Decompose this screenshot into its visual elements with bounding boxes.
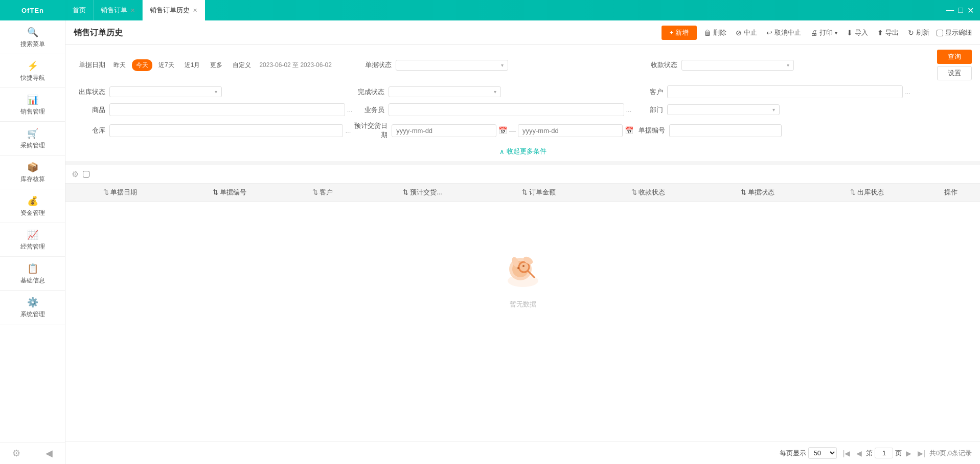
sidebar-item-inventory-check[interactable]: 📦 库存核算	[0, 156, 65, 189]
sidebar-item-system-mgmt[interactable]: ⚙️ 系统管理	[0, 291, 65, 324]
expected-from-cal-icon[interactable]: 📅	[498, 126, 507, 135]
dept-select[interactable]: ▾	[667, 104, 780, 115]
refresh-button[interactable]: ↻ 刷新	[906, 27, 931, 38]
sort-icon-payment[interactable]: ⇅	[631, 188, 637, 196]
sort-icon-number[interactable]: ⇅	[213, 188, 218, 196]
finance-mgmt-icon: 💰	[27, 195, 38, 207]
close-sales-order-history-tab[interactable]: ✕	[193, 7, 197, 14]
import-button[interactable]: ⬇ 导入	[845, 27, 870, 38]
collapse-up-icon: ∧	[499, 148, 505, 156]
date-1m-btn[interactable]: 近1月	[180, 59, 204, 71]
minimize-icon[interactable]: —	[946, 6, 954, 15]
product-dots[interactable]: ...	[347, 106, 353, 114]
delete-icon: 🗑	[704, 29, 711, 37]
last-page-btn[interactable]: ▶|	[916, 448, 927, 458]
print-icon: 🖨	[810, 29, 817, 37]
sort-icon-date[interactable]: ⇅	[103, 188, 109, 196]
salesperson-dots[interactable]: ...	[626, 106, 632, 114]
select-all-checkbox[interactable]	[83, 171, 89, 178]
customer-filter-label: 客户	[631, 87, 667, 97]
expected-to-input[interactable]	[518, 124, 623, 137]
delivery-select-chevron: ▾	[215, 89, 217, 95]
sort-icon-amount[interactable]: ⇅	[522, 188, 528, 196]
order-no-filter-label: 单据编号	[633, 126, 669, 135]
expected-from-input[interactable]	[392, 124, 496, 137]
complete-select[interactable]: ▾	[389, 86, 501, 97]
sidebar-item-purchase-mgmt[interactable]: 🛒 采购管理	[0, 122, 65, 156]
table-area: ⚙ ⇅ 单据日期 ⇅ 单据编号 ⇅	[65, 165, 980, 441]
sort-icon-delivery[interactable]: ⇅	[850, 188, 856, 196]
sidebar-item-sales-mgmt[interactable]: 📊 销售管理	[0, 88, 65, 122]
table-gear-icon[interactable]: ⚙	[72, 169, 79, 179]
date-more-btn[interactable]: 更多	[206, 59, 226, 71]
sidebar-item-ops-mgmt[interactable]: 📈 经营管理	[0, 223, 65, 257]
display-cols-checkbox[interactable]: 显示碗细	[937, 28, 972, 37]
display-cols-checkbox-input[interactable]	[937, 30, 943, 36]
filter-row-product: 商品 ... 业务员 ... 部门 ▾	[74, 103, 972, 116]
warehouse-dots[interactable]: ...	[345, 127, 351, 135]
tab-sales-order-history[interactable]: 销售订单历史 ✕	[143, 0, 205, 20]
complete-select-chevron: ▾	[494, 89, 496, 95]
window-close-icon[interactable]: ✕	[967, 6, 974, 15]
prev-page-btn[interactable]: ◀	[854, 448, 864, 458]
search-menu-icon: 🔍	[27, 27, 38, 38]
sort-icon-doc[interactable]: ⇅	[741, 188, 746, 196]
next-page-btn[interactable]: ▶	[904, 448, 914, 458]
delivery-select[interactable]: ▾	[109, 86, 222, 97]
status-select[interactable]: ▾	[396, 60, 508, 71]
product-input[interactable]	[109, 103, 345, 116]
sidebar-item-finance-mgmt[interactable]: 💰 资金管理	[0, 189, 65, 223]
sort-icon-customer[interactable]: ⇅	[312, 188, 318, 196]
maximize-icon[interactable]: □	[958, 6, 963, 15]
customer-dots[interactable]: ...	[905, 88, 910, 96]
delivery-filter-label: 出库状态	[74, 87, 109, 97]
collapse-more-btn[interactable]: ∧ 收起更多条件	[74, 145, 972, 156]
delivery-filter-cell: ▾	[109, 86, 353, 97]
sidebar-collapse-icon[interactable]: ◀	[45, 448, 53, 459]
print-button[interactable]: 🖨 打印 ▾	[808, 27, 839, 38]
page-size-dropdown[interactable]: 20 50 100	[808, 447, 837, 459]
page-number-input[interactable]	[875, 448, 893, 458]
filter-area: 单据日期 昨天 今天 近7天 近1月 更多 自定义 2023-06-02 至 2…	[65, 45, 980, 161]
tab-sales-order[interactable]: 销售订单 ✕	[94, 0, 143, 20]
sidebar-item-base-info[interactable]: 📋 基础信息	[0, 257, 65, 291]
customer-input[interactable]	[667, 85, 903, 98]
new-button[interactable]: + 新增	[662, 26, 697, 40]
page-total: 共0页,0条记录	[929, 449, 972, 458]
col-payment-status: ⇅ 收款状态	[594, 184, 703, 202]
col-delivery-status: ⇅ 出库状态	[812, 184, 922, 202]
dept-select-chevron: ▾	[772, 107, 775, 113]
order-no-input[interactable]	[669, 124, 782, 137]
date-yesterday-btn[interactable]: 昨天	[109, 59, 130, 71]
sidebar-item-quick-nav[interactable]: ⚡ 快捷导航	[0, 54, 65, 88]
date-7d-btn[interactable]: 近7天	[154, 59, 178, 71]
empty-svg	[497, 242, 549, 294]
product-filter-label: 商品	[74, 105, 109, 115]
tab-home[interactable]: 首页	[65, 0, 94, 20]
setup-button[interactable]: 设置	[937, 66, 972, 80]
warehouse-input[interactable]	[109, 124, 343, 137]
sort-icon-expected[interactable]: ⇅	[403, 188, 408, 196]
sidebar-settings-icon[interactable]: ⚙	[12, 448, 20, 459]
expected-to-cal-icon[interactable]: 📅	[625, 126, 633, 135]
warehouse-filter-label: 仓库	[74, 126, 109, 135]
stop-button[interactable]: ⊘ 中止	[734, 27, 759, 38]
query-button[interactable]: 查询	[937, 50, 972, 64]
first-page-btn[interactable]: |◀	[841, 448, 853, 458]
status-filter-cell: ▾	[396, 60, 646, 71]
cancel-stop-icon: ↩	[766, 29, 772, 37]
complete-filter-label: 完成状态	[353, 87, 389, 97]
date-custom-btn[interactable]: 自定义	[229, 59, 255, 71]
close-sales-order-tab[interactable]: ✕	[130, 7, 135, 14]
col-doc-status: ⇅ 单据状态	[703, 184, 812, 202]
table-header-row: ⇅ 单据日期 ⇅ 单据编号 ⇅ 客户 ⇅ 预计交	[65, 184, 980, 202]
export-button[interactable]: ⬆ 导出	[875, 27, 901, 38]
collection-select[interactable]: ▾	[681, 60, 794, 71]
sidebar-item-search-menu[interactable]: 🔍 搜索菜单	[0, 20, 65, 54]
date-filter-value: 昨天 今天 近7天 近1月 更多 自定义 2023-06-02 至 2023-0…	[109, 59, 360, 71]
delete-button[interactable]: 🗑 删除	[702, 27, 728, 38]
salesperson-input[interactable]	[389, 103, 624, 116]
date-today-btn[interactable]: 今天	[132, 59, 152, 71]
cancel-stop-button[interactable]: ↩ 取消中止	[764, 27, 803, 38]
system-mgmt-icon: ⚙️	[27, 297, 38, 308]
